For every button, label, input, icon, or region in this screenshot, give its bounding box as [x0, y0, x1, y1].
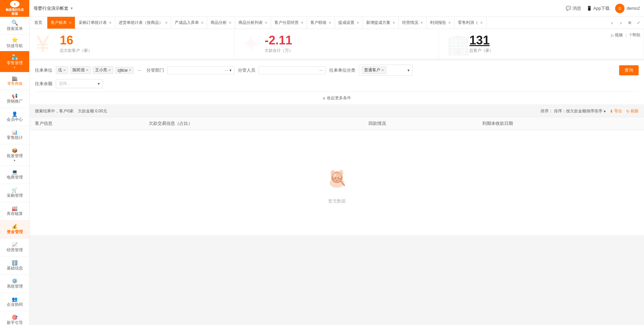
tab-close-profit-report[interactable]: ✕	[448, 21, 451, 25]
tab-business-status[interactable]: 经营情况 ✕	[399, 17, 427, 29]
topbar: 母婴行业演示帐套 ▾ 💬 消息 📱 App下载 D demo2	[30, 0, 644, 17]
sidebar-item-quick-nav[interactable]: ⭐ 快捷导航	[0, 35, 29, 51]
unit-tag-chen-close[interactable]: ✕	[86, 68, 88, 72]
tab-prev-button[interactable]: ‹	[608, 19, 616, 27]
tabbar-actions: ‹ › ⊞ ⤢	[606, 19, 644, 27]
tab-customer[interactable]: 客户账本 ✕	[47, 17, 75, 29]
sidebar-item-newbie[interactable]: 🎯 新手引导	[0, 311, 29, 325]
tab-home[interactable]: 首页	[30, 17, 47, 29]
sidebar-item-retail-mall[interactable]: 🏬 零售商城	[0, 72, 29, 90]
stats-value-clients: 131	[469, 34, 493, 46]
message-button[interactable]: 💬 消息	[566, 5, 581, 11]
tab-customer-contact[interactable]: 客户联络 ✕	[307, 17, 335, 29]
unit-tags-container: 伍 ✕ 陈民强 ✕ 王小亮 ✕ cjttcw ✕	[56, 66, 143, 74]
sidebar-item-finance[interactable]: 💰 资金管理	[0, 220, 29, 239]
svg-point-10	[335, 177, 336, 179]
stats-label-clients: 总客户（家）	[469, 48, 493, 53]
tab-close-retail-profit[interactable]: ✕	[480, 21, 483, 25]
sidebar-item-member[interactable]: 👤 会员中心	[0, 108, 29, 126]
question-icon: ?	[629, 33, 632, 38]
tab-close-goods-analysis-list[interactable]: ✕	[265, 21, 267, 25]
sidebar-item-operation[interactable]: 📈 经营管理	[0, 239, 29, 257]
col-payment-status: 回款情况	[363, 117, 477, 130]
sidebar-item-retail[interactable]: 🏪 零售管理 ▾	[0, 51, 29, 72]
tab-raise-settings[interactable]: 提成设置 ✕	[335, 17, 363, 29]
tab-add-plan[interactable]: 新增提成方案 ✕	[363, 17, 399, 29]
tab-close-goods-analysis[interactable]: ✕	[229, 21, 231, 25]
sidebar-item-enterprise[interactable]: 👥 企业协同	[0, 293, 29, 311]
sidebar-item-marketing[interactable]: 📢 营销推广	[0, 90, 29, 108]
balance-dropdown[interactable]: 选择... ▾	[56, 79, 103, 88]
tab-profit-report[interactable]: 利润报告 ✕	[427, 17, 455, 29]
tab-product-inbound[interactable]: 产成品入库单 ✕	[171, 17, 207, 29]
refresh-button[interactable]: ↻ 刷新	[626, 108, 639, 114]
tab-next-button[interactable]: ›	[617, 19, 625, 27]
sidebar-item-wholesale[interactable]: 📦 批发管理 ▾	[0, 144, 29, 166]
video-help-button[interactable]: ▷ 视频	[611, 32, 623, 38]
export-button[interactable]: ⬇ 导出	[610, 108, 622, 114]
filter-actions: 查询	[619, 65, 639, 75]
person-dropdown[interactable]: ···	[259, 66, 326, 74]
tab-expand-button[interactable]: ⊞	[626, 19, 633, 27]
unit-tag-cjttcw-close[interactable]: ✕	[129, 68, 131, 72]
unit-tag-wang-close[interactable]: ✕	[108, 68, 111, 72]
account-selector-label: 母婴行业演示帐套	[34, 5, 69, 11]
sidebar-item-system[interactable]: ⚙️ 系统管理	[0, 275, 29, 293]
tab-close-add-plan[interactable]: ✕	[392, 21, 395, 25]
tab-close-product-inbound[interactable]: ✕	[201, 21, 204, 25]
category-dropdown[interactable]: 普通客户 ✕ ▾	[359, 65, 413, 76]
sidebar-item-purchase[interactable]: 🛒 采购管理	[0, 184, 29, 202]
tab-purchase-stats[interactable]: 进货单统计表（按商品） ✕	[115, 17, 171, 29]
unit-tag-wu-close[interactable]: ✕	[63, 68, 66, 72]
unit-tag-chen: 陈民强 ✕	[70, 66, 91, 74]
help-button[interactable]: ? 帮助	[629, 32, 640, 38]
sidebar-item-retail-stats[interactable]: 📊 零售统计	[0, 126, 29, 144]
balance-filter-label: 往来余额	[35, 81, 52, 87]
logo-subtext: 标版	[11, 11, 18, 16]
tab-purchase-order[interactable]: 采购订单统计表 ✕	[75, 17, 115, 29]
tab-close-purchase-order[interactable]: ✕	[109, 21, 112, 25]
sort-selector[interactable]: 排序： 排序：按欠款金额倒序排序 ▾	[541, 108, 606, 114]
stats-value-customers: 16	[60, 34, 92, 46]
refresh-icon: ↻	[626, 109, 630, 114]
avatar: D	[615, 4, 625, 13]
tab-close-raise-settings[interactable]: ✕	[356, 21, 359, 25]
tab-goods-analysis[interactable]: 商品分析 ✕	[207, 17, 235, 29]
tab-close-customer-tier[interactable]: ✕	[301, 21, 303, 25]
sidebar-item-basic[interactable]: ℹ️ 基础信息	[0, 257, 29, 275]
empty-illustration	[320, 161, 354, 195]
collapse-button[interactable]: ∧ 收起更多条件	[323, 93, 351, 103]
filter-row-1: 往来单位 伍 ✕ 陈民强 ✕ 王小亮 ✕ cjttcw	[35, 65, 639, 76]
dept-dropdown[interactable]: ··· ▾	[167, 66, 234, 74]
stats-value-debt: -2.11	[265, 34, 293, 46]
tab-customer-tier[interactable]: 客户分层经营 ✕	[271, 17, 307, 29]
person-more-icon: ···	[319, 68, 323, 73]
tab-fullscreen-button[interactable]: ⤢	[635, 19, 642, 27]
user-menu[interactable]: D demo2	[615, 4, 640, 13]
app-download-button[interactable]: 📱 App下载	[587, 5, 610, 11]
tab-close-customer-contact[interactable]: ✕	[329, 21, 331, 25]
filter-area: 往来单位 伍 ✕ 陈民强 ✕ 王小亮 ✕ cjttcw	[30, 61, 644, 104]
sidebar-item-inventory[interactable]: 🏭 库存核算	[0, 202, 29, 220]
account-selector[interactable]: 母婴行业演示帐套 ▾	[34, 5, 73, 11]
dept-filter-label: 分管部门	[146, 67, 164, 73]
tab-close-business-status[interactable]: ✕	[420, 21, 423, 25]
collapse-row: ∧ 收起更多条件	[35, 92, 639, 104]
logo-text: 畅捷通好生意	[6, 8, 24, 12]
unit-tag-more[interactable]: ···	[136, 67, 143, 73]
tab-close-customer[interactable]: ✕	[69, 21, 72, 25]
tab-retail-profit[interactable]: 零售利润（ ✕	[455, 17, 486, 29]
col-due-date: 到期未收款日期	[477, 117, 644, 130]
query-button[interactable]: 查询	[619, 65, 639, 75]
unit-tag-wu: 伍 ✕	[56, 66, 68, 74]
sidebar-item-search[interactable]: 🔍 搜索菜单	[0, 17, 29, 35]
tab-close-purchase-stats[interactable]: ✕	[165, 21, 168, 25]
chevron-down-icon-dept: ▾	[229, 68, 231, 73]
tab-goods-analysis-list[interactable]: 商品分析列表 ✕	[235, 17, 271, 29]
data-table: 客户信息 欠款交易信息（占比） 回款情况 到期未收款日期	[30, 117, 644, 236]
filter-row-2: 往来余额 选择... ▾	[35, 79, 639, 88]
sidebar-item-ecommerce[interactable]: 💻 电商管理	[0, 166, 29, 184]
svg-point-9	[339, 170, 343, 176]
category-tag-close[interactable]: ✕	[381, 68, 384, 72]
main-content: 母婴行业演示帐套 ▾ 💬 消息 📱 App下载 D demo2 首页 客户账本 …	[30, 0, 644, 325]
